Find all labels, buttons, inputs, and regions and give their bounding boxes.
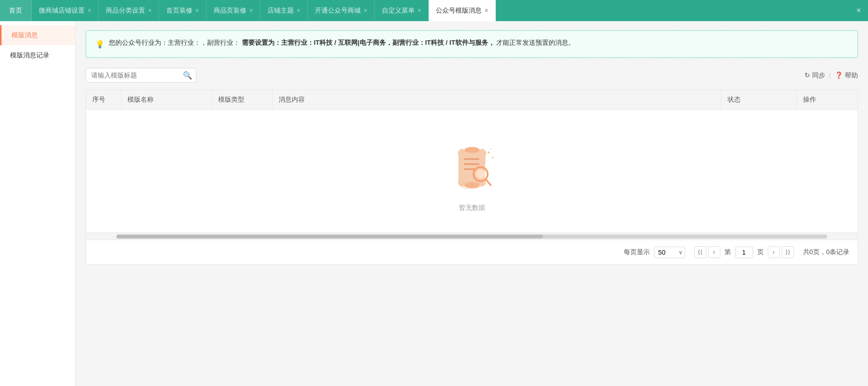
total-text: 共0页，0条记录 — [803, 248, 849, 257]
sidebar-item-template-message-log[interactable]: 模版消息记录 — [0, 45, 75, 65]
sidebar-item-template-message-log-label: 模版消息记录 — [10, 51, 49, 59]
tab-category-settings[interactable]: 商品分类设置 × — [99, 0, 159, 21]
tab-product-decoration[interactable]: 商品页装修 × — [207, 0, 260, 21]
page-label: 第 — [724, 248, 731, 257]
search-actions: ↻ 同步 | ❓ 帮助 — [805, 71, 858, 80]
toolbar-divider: | — [829, 71, 831, 79]
svg-point-11 — [490, 148, 491, 149]
notice-suffix: 才能正常发送预置的消息。 — [496, 39, 575, 46]
help-label: 帮助 — [845, 71, 858, 80]
notice-content: 您的公众号行业为：主营行业：，副营行业： 需要设置为：主营行业：IT科技 / 互… — [109, 38, 575, 48]
tab-custom-menu[interactable]: 自定义菜单 × — [375, 0, 429, 21]
scroll-thumb[interactable] — [116, 235, 543, 239]
page-number-input[interactable] — [735, 247, 753, 258]
tab-shop-settings[interactable]: 微商城店铺设置 × — [32, 0, 99, 21]
search-input[interactable] — [86, 68, 196, 83]
sidebar: 模版消息 模版消息记录 — [0, 21, 76, 386]
notice-box: 💡 您的公众号行业为：主营行业：，副营行业： 需要设置为：主营行业：IT科技 /… — [86, 30, 858, 58]
next-page-button[interactable]: › — [768, 246, 780, 258]
table-wrap: 序号 模版名称 模版类型 消息内容 状态 操作 — [86, 90, 858, 265]
notice-highlight: 需要设置为：主营行业：IT科技 / 互联网|电子商务，副营行业：IT科技 / I… — [242, 39, 495, 46]
svg-point-10 — [492, 157, 493, 159]
tab-product-decoration-label: 商品页装修 — [214, 6, 246, 15]
notice-prefix: 您的公众号行业为：主营行业：，副营行业： — [109, 39, 240, 46]
tab-category-settings-close[interactable]: × — [148, 7, 152, 14]
first-page-button[interactable]: ⟨⟨ — [694, 246, 706, 258]
sync-icon: ↻ — [805, 71, 810, 79]
empty-state: 暂无数据 — [86, 110, 857, 233]
tab-open-wechat-mall-label: 开通公众号商城 — [315, 6, 361, 15]
global-close-button[interactable]: × — [849, 6, 868, 15]
horizontal-scrollbar[interactable] — [86, 233, 857, 240]
tab-store-theme[interactable]: 店铺主题 × — [260, 0, 308, 21]
empty-text: 暂无数据 — [459, 203, 485, 212]
tab-home-decoration[interactable]: 首页装修 × — [159, 0, 207, 21]
th-status: 状态 — [721, 90, 797, 109]
svg-point-2 — [464, 182, 480, 188]
main-layout: 模版消息 模版消息记录 💡 您的公众号行业为：主营行业：，副营行业： 需要设置为… — [0, 21, 868, 386]
tab-open-wechat-mall[interactable]: 开通公众号商城 × — [308, 0, 375, 21]
th-type: 模版类型 — [212, 90, 273, 109]
tab-bar: 首页 微商城店铺设置 × 商品分类设置 × 首页装修 × 商品页装修 × 店铺主… — [0, 0, 868, 21]
table-header: 序号 模版名称 模版类型 消息内容 状态 操作 — [86, 90, 857, 110]
tab-store-theme-close[interactable]: × — [297, 7, 300, 14]
tab-home-decoration-close[interactable]: × — [195, 7, 199, 14]
empty-illustration — [444, 140, 500, 195]
tab-category-settings-label: 商品分类设置 — [106, 6, 145, 15]
per-page-select-wrap: 10 20 50 100 ∨ — [654, 247, 685, 258]
tab-shop-settings-label: 微商城店铺设置 — [39, 6, 85, 15]
tab-home-label: 首页 — [9, 6, 22, 15]
sync-button[interactable]: ↻ 同步 — [805, 71, 825, 80]
svg-point-7 — [476, 170, 485, 179]
th-action: 操作 — [797, 90, 857, 109]
prev-page-button[interactable]: ‹ — [708, 246, 720, 258]
help-icon: ❓ — [835, 71, 843, 79]
th-index: 序号 — [86, 90, 121, 109]
tab-template-message[interactable]: 公众号模版消息 × — [429, 0, 496, 21]
per-page-label: 每页显示 — [624, 248, 650, 257]
th-name: 模版名称 — [121, 90, 212, 109]
svg-line-8 — [486, 179, 491, 185]
help-button[interactable]: ❓ 帮助 — [835, 71, 858, 80]
tab-shop-settings-close[interactable]: × — [88, 7, 91, 14]
tab-product-decoration-close[interactable]: × — [249, 7, 253, 14]
content-area: 💡 您的公众号行业为：主营行业：，副营行业： 需要设置为：主营行业：IT科技 /… — [76, 21, 868, 386]
scroll-track — [116, 235, 827, 239]
sidebar-item-template-message[interactable]: 模版消息 — [0, 25, 75, 45]
tab-custom-menu-close[interactable]: × — [418, 7, 421, 14]
page-suffix: 页 — [757, 248, 764, 257]
tab-custom-menu-label: 自定义菜单 — [382, 6, 415, 15]
th-content: 消息内容 — [273, 90, 721, 109]
bulb-icon: 💡 — [95, 38, 105, 50]
tab-store-theme-label: 店铺主题 — [268, 6, 294, 15]
per-page-select[interactable]: 10 20 50 100 — [654, 247, 685, 258]
search-icon[interactable]: 🔍 — [183, 71, 192, 80]
svg-point-9 — [488, 151, 490, 153]
svg-point-1 — [464, 147, 480, 153]
tab-template-message-label: 公众号模版消息 — [436, 6, 482, 15]
tab-template-message-close[interactable]: × — [485, 7, 488, 14]
last-page-button[interactable]: ⟩⟩ — [782, 246, 794, 258]
sync-label: 同步 — [812, 71, 825, 80]
tab-open-wechat-mall-close[interactable]: × — [364, 7, 367, 14]
search-input-wrap: 🔍 — [86, 68, 196, 83]
search-bar: 🔍 ↻ 同步 | ❓ 帮助 — [86, 68, 858, 83]
pagination: 每页显示 10 20 50 100 ∨ ⟨⟨ ‹ 第 页 › — [86, 240, 857, 264]
sidebar-item-template-message-label: 模版消息 — [12, 31, 38, 39]
tab-home[interactable]: 首页 — [0, 0, 32, 21]
tab-home-decoration-label: 首页装修 — [166, 6, 192, 15]
page-navigation: ⟨⟨ ‹ 第 页 › ⟩⟩ — [694, 246, 794, 258]
